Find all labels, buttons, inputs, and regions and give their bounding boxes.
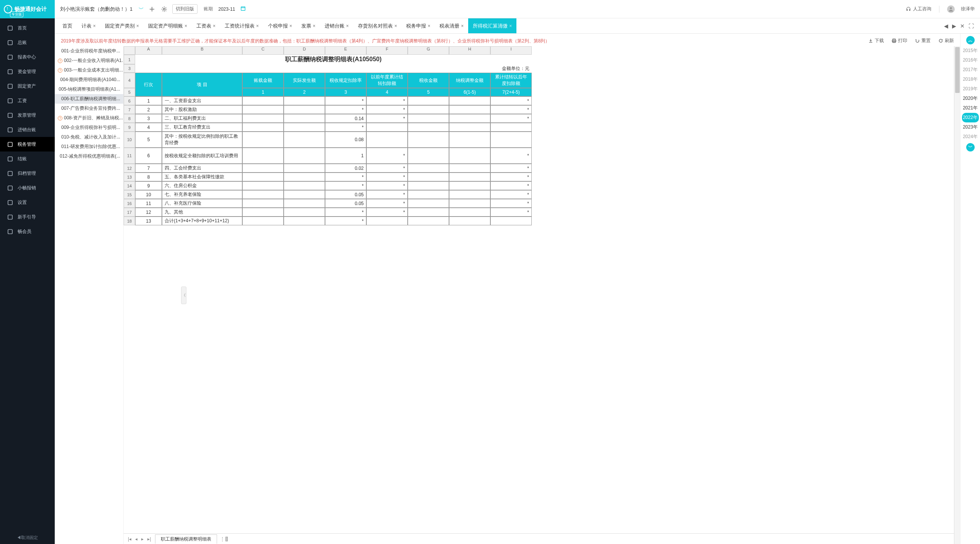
col-header[interactable]: B: [162, 46, 242, 55]
tab[interactable]: 工资统计报表×: [220, 18, 263, 34]
data-cell[interactable]: [284, 217, 325, 225]
data-cell[interactable]: [449, 105, 490, 114]
tab-next-icon[interactable]: ▶: [952, 23, 956, 29]
period-value[interactable]: 2023-11: [218, 7, 235, 12]
nav-vip[interactable]: 畅会员: [0, 224, 55, 239]
sheet-first-icon[interactable]: |◂: [127, 536, 132, 542]
data-cell[interactable]: *: [325, 105, 366, 114]
data-cell[interactable]: [284, 190, 325, 199]
tab[interactable]: 存货别名对照表×: [353, 18, 402, 34]
data-cell[interactable]: [408, 208, 449, 217]
row-header[interactable]: 16: [124, 199, 135, 208]
row-header[interactable]: 18: [124, 217, 135, 225]
data-cell[interactable]: [408, 217, 449, 225]
nav-expense[interactable]: 小畅报销: [0, 181, 55, 195]
nav-archive[interactable]: 归档管理: [0, 166, 55, 181]
tab[interactable]: 进销台账×: [320, 18, 353, 34]
row-header[interactable]: 9: [124, 123, 135, 132]
tab-close-icon[interactable]: ×: [289, 23, 292, 29]
nav-home[interactable]: 首页: [0, 21, 55, 35]
col-header[interactable]: C: [242, 46, 284, 55]
sheet-next-icon[interactable]: ▸: [140, 536, 145, 542]
data-cell[interactable]: [284, 123, 325, 132]
tab-close-icon[interactable]: ×: [428, 23, 430, 29]
tab[interactable]: 所得税汇算清缴×: [468, 18, 516, 34]
data-cell[interactable]: [284, 105, 325, 114]
data-cell[interactable]: [242, 123, 284, 132]
data-cell[interactable]: *: [325, 96, 366, 105]
avatar[interactable]: [947, 5, 955, 13]
year-down-icon[interactable]: ︾: [966, 143, 975, 151]
form-list-item[interactable]: ?008-资产折旧、摊销及纳税...: [55, 113, 123, 123]
data-cell[interactable]: *: [366, 181, 408, 190]
gear-icon[interactable]: [160, 5, 168, 13]
form-list-item[interactable]: 005-纳税调整项目明细表(A1...: [55, 85, 123, 94]
data-cell[interactable]: [408, 173, 449, 181]
form-list-item[interactable]: ?002-一般企业收入明细表(A1...: [55, 56, 123, 65]
data-cell[interactable]: [242, 190, 284, 199]
tab-close-icon[interactable]: ×: [136, 23, 139, 29]
refresh-button[interactable]: 刷新: [938, 37, 954, 44]
form-list-item[interactable]: 006-职工薪酬纳税调整明细...: [55, 94, 123, 104]
nav-settings[interactable]: 设置: [0, 195, 55, 210]
tab-close-icon[interactable]: ×: [185, 23, 187, 29]
row-header[interactable]: 13: [124, 173, 135, 181]
data-cell[interactable]: [242, 148, 284, 164]
data-cell[interactable]: *: [325, 208, 366, 217]
data-cell[interactable]: [284, 114, 325, 123]
data-cell[interactable]: [490, 217, 532, 225]
data-cell[interactable]: [408, 96, 449, 105]
tab-close-icon[interactable]: ×: [313, 23, 315, 29]
tab[interactable]: 工资表×: [192, 18, 220, 34]
row-header[interactable]: 5: [124, 88, 135, 96]
data-cell[interactable]: *: [490, 181, 532, 190]
data-cell[interactable]: *: [366, 208, 408, 217]
row-header[interactable]: 12: [124, 164, 135, 173]
data-cell[interactable]: [366, 123, 408, 132]
data-cell[interactable]: *: [366, 148, 408, 164]
data-cell[interactable]: 0.05: [325, 199, 366, 208]
data-cell[interactable]: *: [366, 114, 408, 123]
reset-button[interactable]: 重置: [915, 37, 931, 44]
form-list-item[interactable]: ?003-一般企业成本支出明细...: [55, 65, 123, 75]
data-cell[interactable]: *: [366, 199, 408, 208]
print-button[interactable]: 打印: [892, 37, 907, 44]
col-header[interactable]: A: [135, 46, 162, 55]
year-option[interactable]: 2021年: [962, 103, 979, 113]
data-cell[interactable]: [449, 148, 490, 164]
download-button[interactable]: 下载: [868, 37, 884, 44]
tab-close-icon[interactable]: ×: [394, 23, 397, 29]
data-cell[interactable]: [284, 208, 325, 217]
data-cell[interactable]: [366, 132, 408, 148]
data-cell[interactable]: [449, 96, 490, 105]
tab[interactable]: 计表×: [77, 18, 100, 34]
row-header[interactable]: 8: [124, 114, 135, 123]
data-cell[interactable]: [408, 105, 449, 114]
sheet-last-icon[interactable]: ▸|: [146, 536, 152, 542]
row-header[interactable]: 7: [124, 105, 135, 114]
data-cell[interactable]: [449, 123, 490, 132]
data-cell[interactable]: [242, 217, 284, 225]
tab-close-icon[interactable]: ×: [509, 23, 512, 29]
nav-ledger[interactable]: 总账: [0, 35, 55, 50]
tab[interactable]: 固定资产明细账×: [144, 18, 192, 34]
data-cell[interactable]: [366, 217, 408, 225]
data-cell[interactable]: [449, 190, 490, 199]
tab[interactable]: 税表清册×: [435, 18, 468, 34]
chevron-down-icon[interactable]: ﹀: [139, 6, 144, 13]
col-header[interactable]: G: [408, 46, 449, 55]
row-header[interactable]: 3: [124, 64, 135, 73]
data-cell[interactable]: [408, 114, 449, 123]
data-cell[interactable]: [449, 181, 490, 190]
tab-close-icon[interactable]: ×: [461, 23, 464, 29]
add-icon[interactable]: [148, 5, 156, 13]
tab[interactable]: 固定资产类别×: [100, 18, 144, 34]
data-cell[interactable]: *: [490, 114, 532, 123]
nav-asset[interactable]: 固定资产: [0, 79, 55, 93]
data-cell[interactable]: [284, 96, 325, 105]
vertical-scrollbar[interactable]: [954, 46, 960, 544]
data-cell[interactable]: [449, 132, 490, 148]
nav-guide[interactable]: 新手引导: [0, 210, 55, 224]
data-cell[interactable]: [242, 114, 284, 123]
tab-close-icon[interactable]: ×: [213, 23, 216, 29]
